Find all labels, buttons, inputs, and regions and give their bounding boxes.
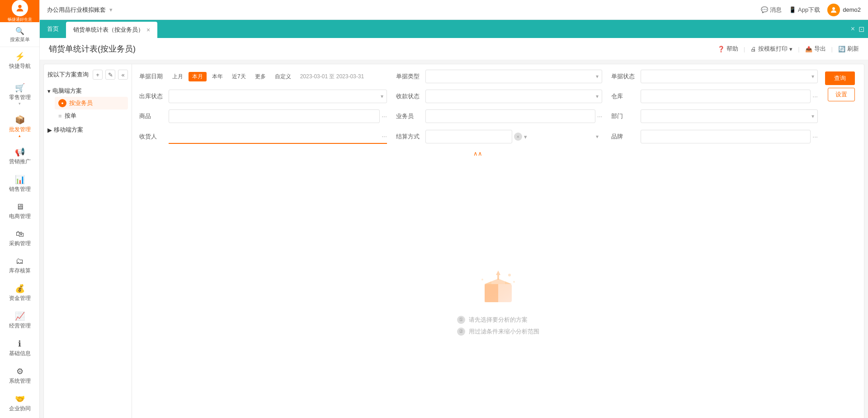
- action-buttons: 查询 设置: [825, 70, 857, 162]
- message-btn[interactable]: 💬 消息: [761, 6, 782, 14]
- sidebar-item-wholesale[interactable]: 📦 批发管理 ▴: [0, 110, 39, 142]
- warehouse-input[interactable]: [641, 90, 811, 103]
- sidebar-item-enterprise-collab[interactable]: 🤝 企业协同: [0, 390, 39, 417]
- sidebar-item-marketing[interactable]: 📢 营销推广: [0, 142, 39, 170]
- salesperson-more-btn[interactable]: ···: [597, 113, 603, 120]
- sidebar-item-inventory[interactable]: 🗂 库存核算: [0, 252, 39, 279]
- settlement-field: 结算方式 × ▾: [396, 130, 603, 143]
- settlement-input[interactable]: [425, 130, 512, 143]
- payment-field: 收款状态: [396, 90, 603, 103]
- settings-btn[interactable]: 设置: [828, 88, 855, 101]
- app-download-btn[interactable]: 📱 App下载: [789, 6, 820, 14]
- operations-label: 经营管理: [9, 322, 31, 330]
- sidebar-item-system[interactable]: ⚙ 系统管理: [0, 362, 39, 390]
- doc-type-label: 单据类型: [396, 72, 425, 81]
- sidebar-item-quick-nav[interactable]: ⚡ 快捷导航: [0, 47, 39, 75]
- sidebar-search-item[interactable]: 🔍 搜索菜单: [0, 22, 39, 47]
- refresh-btn[interactable]: 🔄 刷新: [838, 45, 859, 53]
- warehouse-field: 仓库 ···: [611, 90, 818, 103]
- salesperson-input[interactable]: [425, 109, 595, 123]
- date-current-year-btn[interactable]: 本年: [208, 72, 226, 81]
- sidebar-item-basic-info[interactable]: ℹ 基础信息: [0, 334, 39, 362]
- retail-icon: 🛒: [15, 83, 25, 93]
- divider-actions-1: |: [744, 46, 745, 52]
- logo-icon: [12, 0, 28, 16]
- settlement-clear-btn[interactable]: ×: [514, 133, 522, 141]
- add-scheme-btn[interactable]: +: [93, 70, 103, 80]
- date-more-btn[interactable]: 更多: [251, 72, 269, 81]
- doc-type-select[interactable]: [425, 70, 603, 83]
- date-current-month-btn[interactable]: 本月: [189, 72, 207, 81]
- retail-arrow: ▾: [19, 101, 21, 106]
- finance-icon: 💰: [15, 284, 25, 294]
- outbound-select[interactable]: [169, 90, 387, 103]
- header-dropdown-icon[interactable]: ▾: [109, 6, 113, 13]
- brand-input[interactable]: [641, 130, 811, 143]
- tab-sales-stat-label: 销货单统计表（按业务员）: [73, 26, 144, 34]
- svg-point-4: [513, 281, 515, 283]
- tab-maximize-btn[interactable]: ⊡: [859, 25, 864, 33]
- app-download-label: App下载: [798, 6, 820, 14]
- collapse-up-icon: ∧∧: [473, 150, 482, 157]
- filter-panel-icons: + ✎ «: [93, 70, 128, 80]
- print-dropdown-icon: ▾: [789, 46, 793, 52]
- avatar: [827, 4, 840, 16]
- date-custom-btn[interactable]: 自定义: [271, 72, 295, 81]
- page-title: 销货单统计表(按业务员): [49, 43, 136, 54]
- collapse-panel-btn[interactable]: «: [118, 70, 128, 80]
- date-options: 上月 本月 本年 近7天 更多 自定义: [169, 72, 295, 81]
- date-field: 单据日期 上月 本月 本年 近7天 更多 自定义: [139, 72, 387, 81]
- settlement-dropdown-btn[interactable]: ▾: [524, 133, 527, 140]
- scheme-item-order[interactable]: ≡ 按单: [55, 109, 128, 122]
- edit-scheme-btn[interactable]: ✎: [105, 70, 115, 80]
- scheme-order-label: 按单: [65, 112, 76, 120]
- scheme-desktop-header[interactable]: ▾ 电脑端方案: [47, 85, 128, 97]
- doc-type-select-wrap: [425, 70, 603, 83]
- query-btn[interactable]: 查询: [825, 71, 855, 85]
- scheme-group-mobile: ▶ 移动端方案: [47, 124, 128, 136]
- warehouse-more-btn[interactable]: ···: [812, 93, 818, 100]
- user-profile[interactable]: demo2: [827, 4, 861, 16]
- app-download-icon: 📱: [789, 6, 796, 13]
- system-icon: ⚙: [16, 366, 24, 376]
- product-more-btn[interactable]: ···: [382, 113, 387, 120]
- payment-select[interactable]: [425, 90, 603, 103]
- help-btn[interactable]: ❓ 帮助: [717, 45, 738, 53]
- export-btn[interactable]: 📤 导出: [805, 45, 826, 53]
- help-icon: ❓: [717, 46, 725, 52]
- divider-actions-3: |: [831, 46, 833, 52]
- collapse-more-btn[interactable]: ∧∧: [139, 150, 818, 157]
- filter-row-1: 单据日期 上月 本月 本年 近7天 更多 自定义: [139, 70, 818, 83]
- empty-steps: ① 请先选择要分析的方案 ② 用过滤条件来缩小分析范围: [457, 316, 539, 336]
- sidebar: 畅捷通好生意 🔍 搜索菜单 ⚡ 快捷导航 🛒 零售管理 ▾ 📦 批发管理 ▴ 📢…: [0, 0, 40, 418]
- date-prev-month-btn[interactable]: 上月: [169, 72, 187, 81]
- tab-sales-stat[interactable]: 销货单统计表（按业务员） ×: [66, 22, 157, 38]
- brand-more-btn[interactable]: ···: [812, 133, 818, 140]
- product-label: 商品: [139, 112, 169, 120]
- top-header: 办公用品行业模拟账套 ▾ 💬 消息 📱 App下载 demo2: [40, 0, 868, 20]
- doc-status-select[interactable]: [641, 70, 818, 83]
- consignee-more-btn[interactable]: ···: [382, 133, 387, 140]
- tab-home[interactable]: 首页: [40, 20, 66, 38]
- salesperson-field: 业务员 ···: [396, 109, 603, 123]
- scheme-mobile-header[interactable]: ▶ 移动端方案: [47, 124, 128, 136]
- print-btn[interactable]: 🖨 按模板打印 ▾: [750, 45, 793, 53]
- tab-restore-btn[interactable]: ×: [851, 25, 855, 33]
- department-select[interactable]: [641, 109, 818, 123]
- tab-close-icon[interactable]: ×: [146, 26, 150, 33]
- page-header: 销货单统计表(按业务员) ❓ 帮助 | 🖨 按模板打印 ▾ | 📤 导出 |: [40, 38, 868, 60]
- svg-point-5: [481, 279, 483, 280]
- scheme-order-icon: ≡: [58, 113, 62, 119]
- sidebar-item-purchase[interactable]: 🛍 采购管理: [0, 225, 39, 252]
- sidebar-item-operations[interactable]: 📈 经营管理: [0, 307, 39, 334]
- date-7days-btn[interactable]: 近7天: [228, 72, 250, 81]
- sidebar-item-sales[interactable]: 📊 销售管理: [0, 170, 39, 198]
- sidebar-item-ecommerce[interactable]: 🖥 电商管理: [0, 198, 39, 225]
- sidebar-item-retail[interactable]: 🛒 零售管理 ▾: [0, 78, 39, 110]
- scheme-item-salesperson[interactable]: ● 按业务员: [55, 97, 128, 109]
- product-input[interactable]: [169, 109, 380, 123]
- sidebar-item-finance[interactable]: 💰 资金管理: [0, 279, 39, 307]
- consignee-input[interactable]: [169, 129, 380, 143]
- brand-input-wrap: ···: [641, 130, 818, 143]
- empty-step-1: ① 请先选择要分析的方案: [457, 316, 539, 324]
